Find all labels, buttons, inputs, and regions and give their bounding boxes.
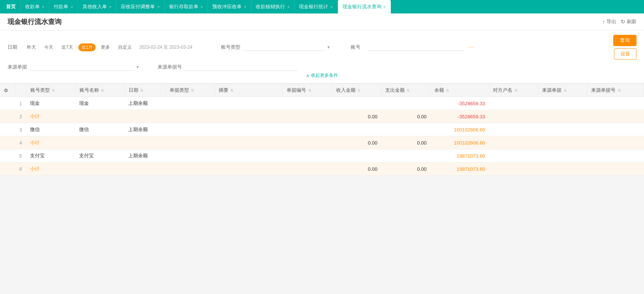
- account-type-input[interactable]: [243, 43, 326, 51]
- th-doc-no[interactable]: 单据编号 ⇅: [283, 84, 332, 97]
- collapse-up-icon: ∧: [306, 73, 309, 78]
- query-button[interactable]: 查询: [613, 35, 636, 46]
- table-row[interactable]: 4 小计 0.00 0.00 100102606.60: [0, 136, 644, 149]
- sort-icon-account-type: ⇅: [52, 88, 55, 93]
- account-more-button[interactable]: ···: [468, 44, 475, 51]
- nav-ar-ap-close[interactable]: ×: [157, 4, 159, 9]
- table-row[interactable]: 6 小计 0.00 0.00 19871073.60: [0, 163, 644, 176]
- th-row-num: [15, 84, 26, 97]
- row-summary-0: [215, 97, 283, 110]
- nav-item-home[interactable]: 首页: [2, 0, 21, 13]
- nav-receipt-verify-close[interactable]: ×: [287, 4, 290, 9]
- source-doc-num-filter-group: 来源单据号: [158, 63, 297, 71]
- account-label: 账号: [351, 44, 364, 51]
- table-row[interactable]: 2 小计 0.00 0.00 -3528659.33: [0, 110, 644, 123]
- row-date-3: [125, 136, 165, 149]
- row-doc-no-2: [283, 123, 332, 136]
- nav-item-receipt-verify[interactable]: 收款核销执行 ×: [251, 0, 294, 13]
- row-balance-1: -3528659.33: [430, 110, 489, 123]
- source-doc-input[interactable]: [30, 63, 135, 71]
- filter-area: 日期 昨天 今天 近7天 近1月 更多 自定义 2023-02-24 至 202…: [0, 30, 644, 84]
- table-row[interactable]: 5 支付宝 支付宝 上期余额 19871073.60: [0, 149, 644, 163]
- row-num-2: 3: [15, 123, 26, 136]
- row-date-5: [125, 163, 165, 176]
- nav-prepay-close[interactable]: ×: [244, 4, 246, 9]
- nav-item-cash-bank-stat[interactable]: 现金银行统计 ×: [294, 0, 338, 13]
- row-doc-type-5: [165, 163, 215, 176]
- th-income[interactable]: 收入金额 ⇅: [332, 84, 381, 97]
- nav-other-income-label: 其他收入单: [83, 3, 107, 10]
- th-source-doc-no[interactable]: 来源单据号 ⇅: [587, 84, 644, 97]
- row-income-0: [332, 97, 381, 110]
- nav-item-payment[interactable]: 付款单 ×: [49, 0, 78, 13]
- date-opt-custom[interactable]: 自定义: [115, 43, 135, 51]
- table-settings-icon[interactable]: ⚙: [4, 88, 8, 93]
- row-counterpart-5: [489, 163, 538, 176]
- row-num-0: 1: [15, 97, 26, 110]
- nav-cash-bank-flow-label: 现金银行流水查询: [342, 3, 381, 10]
- nav-receipt-close[interactable]: ×: [42, 4, 44, 9]
- row-account-name-1: [75, 110, 125, 123]
- th-settings[interactable]: ⚙: [0, 84, 15, 97]
- table-row[interactable]: 1 现金 现金 上期余额 -3528659.33: [0, 97, 644, 110]
- row-num-5: 6: [15, 163, 26, 176]
- date-opt-1month[interactable]: 近1月: [78, 43, 96, 51]
- account-input[interactable]: [367, 43, 465, 51]
- row-source-doc-no-0: [587, 97, 644, 110]
- nav-cash-bank-flow-close[interactable]: ×: [384, 4, 386, 9]
- date-opt-today[interactable]: 今天: [41, 43, 56, 51]
- nav-item-cash-bank-flow[interactable]: 现金银行流水查询 ×: [338, 0, 391, 13]
- collapse-bar[interactable]: ∧ 收起更多条件: [8, 71, 636, 79]
- nav-item-receipt[interactable]: 收款单 ×: [21, 0, 49, 13]
- nav-item-bank-deposit[interactable]: 银行存取款单 ×: [165, 0, 208, 13]
- nav-payment-close[interactable]: ×: [71, 4, 73, 9]
- page-header: 现金银行流水查询 ↑ 导出 ↻ 刷新: [0, 13, 644, 30]
- table-row[interactable]: 3 微信 微信 上期余额 100102606.60: [0, 123, 644, 136]
- row-source-doc-no-2: [587, 123, 644, 136]
- th-source-doc[interactable]: 来源单据 ⇅: [538, 84, 587, 97]
- refresh-button[interactable]: ↻ 刷新: [621, 18, 636, 25]
- th-doc-type[interactable]: 单据类型 ⇅: [165, 84, 215, 97]
- row-account-name-2: 微信: [75, 123, 125, 136]
- nav-ar-ap-label: 应收应付调整单: [121, 3, 155, 10]
- th-expense[interactable]: 支出金额 ⇅: [381, 84, 430, 97]
- refresh-icon: ↻: [621, 19, 625, 25]
- row-account-name-0: 现金: [75, 97, 125, 110]
- row-summary-3: [215, 136, 283, 149]
- date-opt-yesterday[interactable]: 昨天: [24, 43, 39, 51]
- row-doc-type-1: [165, 110, 215, 123]
- row-doc-no-1: [283, 110, 332, 123]
- nav-other-income-close[interactable]: ×: [109, 4, 111, 9]
- th-summary[interactable]: 摘要 ⇅: [215, 84, 283, 97]
- nav-item-ar-ap-adjust[interactable]: 应收应付调整单 ×: [116, 0, 164, 13]
- nav-item-other-income[interactable]: 其他收入单 ×: [78, 0, 116, 13]
- nav-bank-deposit-close[interactable]: ×: [201, 4, 203, 9]
- row-account-type-4: 支付宝: [26, 149, 75, 163]
- row-source-doc-0: [538, 97, 587, 110]
- th-account-type[interactable]: 账号类型 ⇅: [26, 84, 75, 97]
- date-opt-7days[interactable]: 近7天: [59, 43, 76, 51]
- top-navigation: 首页 收款单 × 付款单 × 其他收入单 × 应收应付调整单 × 银行存取款单 …: [0, 0, 644, 13]
- source-doc-num-input[interactable]: [185, 63, 297, 71]
- date-opt-more[interactable]: 更多: [98, 43, 113, 51]
- settings-button[interactable]: 设置: [614, 48, 636, 60]
- row-doc-no-0: [283, 97, 332, 110]
- row-summary-5: [215, 163, 283, 176]
- account-type-dropdown-arrow: ▾: [327, 45, 330, 50]
- th-counterpart[interactable]: 对方户名 ⇅: [489, 84, 538, 97]
- row-num-4: 5: [15, 149, 26, 163]
- account-type-select[interactable]: ▾: [243, 43, 330, 51]
- row-expense-2: [381, 123, 430, 136]
- export-button[interactable]: ↑ 导出: [602, 18, 616, 25]
- nav-receipt-label: 收款单: [25, 3, 40, 10]
- source-doc-select[interactable]: ▾: [30, 63, 139, 71]
- nav-item-prepay-offset[interactable]: 预收冲应收单 ×: [208, 0, 251, 13]
- export-icon: ↑: [602, 19, 605, 25]
- row-summary-2: [215, 123, 283, 136]
- nav-cash-bank-stat-label: 现金银行统计: [299, 3, 328, 10]
- sort-icon-summary: ⇅: [230, 88, 233, 93]
- th-date[interactable]: 日期 ⇅: [125, 84, 165, 97]
- th-balance[interactable]: 余额 ⇅: [430, 84, 489, 97]
- th-account-name[interactable]: 账号名称 ⇅: [75, 84, 125, 97]
- nav-cash-bank-stat-close[interactable]: ×: [330, 4, 333, 9]
